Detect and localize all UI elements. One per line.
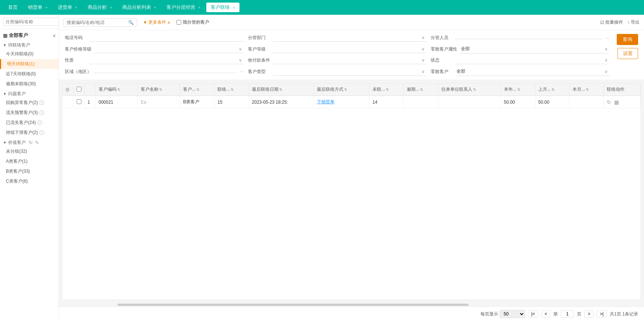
col-settings[interactable]: ⚙: [62, 83, 73, 96]
sidebar-item-label: 回购异常客户(2): [6, 100, 38, 106]
sidebar-item-tomorrow-contact[interactable]: 明天待联络(1): [0, 59, 59, 69]
first-page-button[interactable]: |<: [528, 310, 538, 318]
customer-table: ⚙ 客户编码 ⇅: [62, 83, 641, 108]
sidebar-item-label: 今天待联络(0): [6, 51, 34, 57]
settings-icon[interactable]: ⚙: [65, 87, 70, 93]
query-button[interactable]: 查询: [617, 34, 638, 45]
nature-select[interactable]: ∨: [89, 56, 244, 64]
sidebar-item-class-a[interactable]: A类客户(1): [0, 156, 59, 166]
sidebar-collapse-btn[interactable]: «: [53, 32, 56, 38]
phone-filter-input[interactable]: [89, 34, 244, 42]
retail-customer-label: 零散客户: [431, 69, 453, 75]
table-row: 1 000021 Ea B类客户 15 2023-05-23 18:25: 下销…: [62, 96, 641, 108]
select-all-checkbox[interactable]: [77, 87, 81, 92]
horizontal-scrollbar[interactable]: [59, 303, 644, 307]
sidebar-search-input[interactable]: [3, 18, 59, 26]
col-last-method[interactable]: 最后联络方式 ⇅: [314, 83, 369, 96]
payment-select[interactable]: ∨: [272, 56, 427, 64]
sidebar-item-label: 流失预警客户(3): [6, 110, 38, 116]
col-this-year[interactable]: 本年... ⇅: [501, 83, 535, 96]
dept-filter-select[interactable]: ∨: [272, 34, 427, 42]
sidebar-item-lost[interactable]: 已流失客户(24) ?: [0, 118, 59, 128]
prev-page-button[interactable]: <: [541, 310, 550, 318]
region-filter-dots[interactable]: ···: [240, 69, 244, 74]
nav-product-analysis[interactable]: 商品分析 ×: [83, 3, 116, 12]
sidebar-item-label: 逾期未联络(30): [6, 81, 36, 87]
col-code[interactable]: 客户编码 ⇅: [95, 83, 138, 96]
sidebar-item-class-c[interactable]: C类客户(6): [0, 176, 59, 186]
nav-customer-layered[interactable]: 客户分层经营 ×: [162, 3, 205, 12]
retail-attr-select[interactable]: 全部 ∨: [459, 45, 609, 54]
sort-icon: ⇅: [117, 87, 120, 92]
my-customers-checkbox[interactable]: [176, 20, 181, 25]
last-method-link[interactable]: 下销货单: [317, 99, 335, 104]
col-this-month[interactable]: 本月... ⇅: [570, 83, 604, 96]
col-overdue[interactable]: 逾期... ⇅: [404, 83, 438, 96]
nav-purchase-order[interactable]: 进货单 ×: [53, 3, 82, 12]
nav-close-product-analysis-list[interactable]: ×: [154, 5, 156, 10]
info-icon[interactable]: ?: [39, 100, 44, 105]
sidebar-item-class-b[interactable]: B类客户(33): [0, 166, 59, 176]
col-uncontacted[interactable]: 未联... ⇅: [370, 83, 404, 96]
col-name[interactable]: 客户名称 ⇅: [138, 83, 180, 96]
settings-button[interactable]: 设置: [617, 48, 638, 59]
col-last-date[interactable]: 最后联络日期 ⇅: [249, 83, 314, 96]
search-icon[interactable]: 🔍: [128, 20, 134, 25]
nav-close-purchase-order[interactable]: ×: [75, 5, 77, 10]
nav-close-customer-layered[interactable]: ×: [198, 5, 200, 10]
action-grid-icon[interactable]: ▦: [614, 99, 619, 105]
sidebar-item-today-contact[interactable]: 今天待联络(0): [0, 49, 59, 59]
col-type[interactable]: 客户... ⇅: [180, 83, 214, 96]
more-filter-button[interactable]: ▼ 更多条件 ∧: [140, 18, 174, 27]
row-checkbox[interactable]: [77, 99, 81, 104]
nav-sales-order[interactable]: 销货单 ×: [24, 3, 52, 12]
sidebar-item-overdue-contact[interactable]: 逾期未联络(30): [0, 79, 59, 89]
info-icon[interactable]: ?: [37, 120, 42, 125]
action-refresh-icon[interactable]: ↻: [607, 99, 611, 105]
batch-op-button[interactable]: ☑ 批量操作: [600, 19, 623, 25]
col-last-month[interactable]: 上月... ⇅: [535, 83, 569, 96]
main-search-input[interactable]: [67, 20, 128, 25]
customer-type-select[interactable]: ∨: [272, 68, 427, 76]
price-grade-select[interactable]: ∨: [94, 45, 244, 53]
sidebar-item-ungrouped[interactable]: 未分组(32): [0, 146, 59, 156]
manager-filter-dots[interactable]: ···: [606, 35, 609, 41]
sidebar-item-label: B类客户(33): [6, 168, 30, 175]
nav-product-analysis-list[interactable]: 商品分析列表 ×: [118, 3, 161, 12]
arrow-icon: ▼: [3, 92, 7, 96]
page-input[interactable]: [561, 310, 574, 318]
col-contact[interactable]: 联络... ⇅: [214, 83, 249, 96]
nav-close-customer-contact[interactable]: ×: [233, 5, 235, 10]
nav-home[interactable]: 首页: [4, 3, 22, 12]
sort-icon: ⇅: [231, 87, 234, 92]
row-checkbox-cell[interactable]: [73, 96, 84, 108]
sidebar-item-label: C类客户(6): [6, 178, 28, 184]
nav-close-sales-order[interactable]: ×: [45, 5, 48, 10]
customer-grade-select[interactable]: ∨: [272, 45, 427, 53]
row-last-month: 50.00: [535, 96, 569, 108]
col-unit-contact[interactable]: 往来单位联系人 ⇅: [438, 83, 501, 96]
scrollbar-thumb[interactable]: [118, 304, 469, 306]
filter-row-3: 性质 ∨ 收付款条件 ∨: [65, 56, 614, 64]
status-select[interactable]: ∨: [455, 56, 609, 64]
info-icon[interactable]: ?: [39, 110, 44, 115]
sidebar-item-loss-warning[interactable]: 流失预警客户(3) ?: [0, 108, 59, 118]
export-button[interactable]: ↑ 导出: [627, 19, 640, 25]
refresh-icon[interactable]: ↻: [29, 140, 33, 145]
col-checkbox[interactable]: [73, 83, 84, 96]
my-customers-checkbox-area[interactable]: 我分管的客户: [176, 19, 209, 25]
info-icon[interactable]: ?: [39, 130, 44, 135]
sidebar-item-abnormal-repurchase[interactable]: 回购异常客户(2) ?: [0, 98, 59, 108]
retail-customer-select[interactable]: 全部 ∨: [455, 67, 609, 76]
edit-icon[interactable]: ✎: [35, 140, 39, 145]
nav-customer-contact[interactable]: 客户联络 ×: [206, 3, 239, 12]
per-page-select[interactable]: 50 10 20 100: [500, 310, 525, 318]
next-page-button[interactable]: >: [584, 310, 594, 318]
filter-cell-price-grade: 客户价格等级 ∨: [65, 45, 248, 53]
sort-icon: ⇅: [279, 87, 282, 92]
sort-icon: ⇅: [517, 87, 520, 92]
sidebar-item-7days-contact[interactable]: 近7天待联络(0): [0, 69, 59, 79]
last-page-button[interactable]: >|: [596, 310, 607, 318]
sidebar-item-declining[interactable]: 持续下滑客户(2) ?: [0, 128, 59, 138]
nav-close-product-analysis[interactable]: ×: [110, 5, 112, 10]
